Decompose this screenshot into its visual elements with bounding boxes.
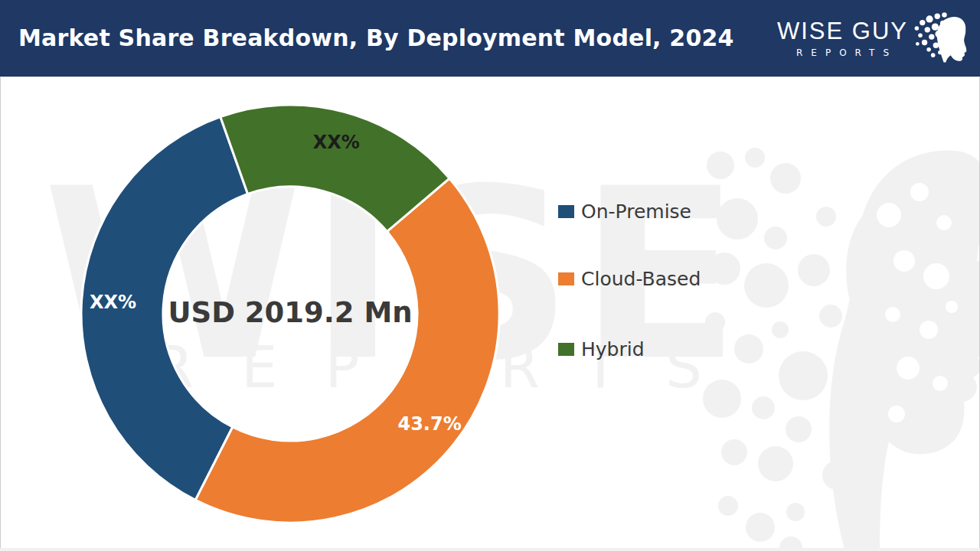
slice-pct-label-cloud-based: 43.7% <box>397 413 461 435</box>
donut-chart: USD 2019.2 Mn XX%43.7%XX% <box>0 77 980 551</box>
header-bar: Market Share Breakdown, By Deployment Mo… <box>0 0 980 77</box>
legend-label-hybrid: Hybrid <box>581 338 645 360</box>
legend-item-on-premise: On-Premise <box>558 201 691 222</box>
logo-reports-label: REPORTS <box>788 47 897 58</box>
legend-swatch-hybrid <box>558 343 574 356</box>
donut-center-value: USD 2019.2 Mn <box>168 296 412 329</box>
legend-swatch-on-premise <box>558 205 574 218</box>
logo-wiseguy-label: WISE GUY <box>777 18 908 45</box>
slice-pct-label-on-premise: XX% <box>90 292 136 313</box>
logo-text: WISE GUY REPORTS <box>777 18 908 58</box>
slice-cloud-based <box>195 178 499 523</box>
legend-label-on-premise: On-Premise <box>581 201 691 223</box>
legend-swatch-cloud-based <box>558 272 574 285</box>
figure: WISE GUY REPORTS <box>0 0 980 551</box>
slice-pct-label-hybrid: XX% <box>313 132 360 153</box>
logo-face-icon <box>911 9 968 66</box>
page-title: Market Share Breakdown, By Deployment Mo… <box>18 0 734 77</box>
legend-item-cloud-based: Cloud-Based <box>558 268 701 289</box>
legend-label-cloud-based: Cloud-Based <box>581 268 701 290</box>
legend-item-hybrid: Hybrid <box>558 338 645 360</box>
wise-guy-reports-logo: WISE GUY REPORTS <box>777 9 968 66</box>
